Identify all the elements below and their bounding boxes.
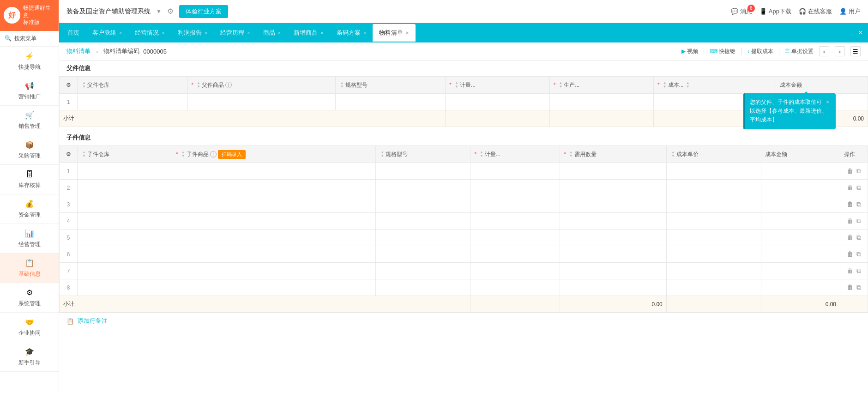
child-row6-qty[interactable] [560,246,667,263]
sidebar-item-operations[interactable]: 📊 经营管理 [0,224,59,254]
sidebar-item-system[interactable]: ⚙ 系统管理 [0,283,59,313]
tab-bom[interactable]: 物料清单 × [373,24,415,42]
child-row6-cost-amount[interactable] [761,246,840,263]
copy-icon[interactable]: ⧉ [856,267,861,274]
child-row1-product[interactable] [172,163,376,180]
sidebar-item-purchase[interactable]: 📦 采购管理 [0,135,59,165]
copy-icon[interactable]: ⧉ [856,184,861,191]
app-download-action[interactable]: 📱 App下载 [760,7,791,16]
delete-icon[interactable]: 🗑 [847,234,853,241]
child-row3-qty[interactable] [560,196,667,213]
copy-icon[interactable]: ⧉ [856,284,861,291]
child-row8-cost-amount[interactable] [761,279,840,296]
child-row6-spec[interactable] [376,246,470,263]
child-row8-spec[interactable] [376,279,470,296]
sidebar-item-guide[interactable]: 🎓 新手引导 [0,342,59,372]
child-row2-spec[interactable] [376,180,470,196]
child-row2-unit[interactable] [470,180,560,196]
child-row4-unit-price[interactable] [666,213,761,230]
child-row7-cost-amount[interactable] [761,263,840,279]
child-row5-unit[interactable] [470,230,560,246]
sidebar-item-inventory[interactable]: 🗄 库存核算 [0,165,59,194]
message-action[interactable]: 💬 消息 6 [731,7,752,16]
child-row5-qty[interactable] [560,230,667,246]
tab-bom-close[interactable]: × [406,30,409,36]
child-row2-qty[interactable] [560,180,667,196]
child-row8-unit-price[interactable] [666,279,761,296]
child-row1-unit[interactable] [470,163,560,180]
parent-row1-warehouse[interactable] [78,94,188,110]
child-row2-product[interactable] [172,180,376,196]
child-row5-unit-price[interactable] [666,230,761,246]
parent-row1-spec[interactable] [335,94,446,110]
tab-profit[interactable]: 利润报告 × [171,24,214,42]
user-action[interactable]: 👤 用户 [839,7,861,16]
tab-home[interactable]: 首页 [61,24,86,42]
child-row3-product[interactable] [172,196,376,213]
sidebar-item-marketing[interactable]: 📢 营销推广 [0,76,59,106]
child-row7-qty[interactable] [560,263,667,279]
child-row1-qty[interactable] [560,163,667,180]
child-row7-unit[interactable] [470,263,560,279]
delete-icon[interactable]: 🗑 [847,167,853,175]
copy-icon[interactable]: ⧉ [856,200,861,208]
parent-product-info-icon[interactable]: i [225,82,232,88]
scan-btn[interactable]: 扫码录入 [218,150,246,159]
child-row4-unit[interactable] [470,213,560,230]
copy-icon[interactable]: ⧉ [856,234,861,241]
delete-icon[interactable]: 🗑 [847,200,853,208]
child-row2-warehouse[interactable] [78,180,172,196]
child-row4-spec[interactable] [376,213,470,230]
tab-customer-close[interactable]: × [119,30,122,36]
tab-barcode[interactable]: 条码方案 × [330,24,373,42]
copy-icon[interactable]: ⧉ [856,167,861,175]
child-row5-product[interactable] [172,230,376,246]
tab-barcode-close[interactable]: × [363,30,366,36]
sidebar-item-enterprise[interactable]: 🤝 企业协同 [0,313,59,342]
child-row6-warehouse[interactable] [78,246,172,263]
child-product-info-icon[interactable]: i [210,151,217,157]
tab-history-close[interactable]: × [247,30,250,36]
tab-operations-close[interactable]: × [162,30,164,36]
delete-icon[interactable]: 🗑 [847,267,853,274]
delete-icon[interactable]: 🗑 [847,217,853,224]
child-row1-warehouse[interactable] [78,163,172,180]
child-row7-product[interactable] [172,263,376,279]
close-all-tabs-btn[interactable]: × [855,27,866,39]
tab-history[interactable]: 经营历程 × [214,24,256,42]
child-row4-product[interactable] [172,213,376,230]
tab-profit-close[interactable]: × [205,30,207,36]
child-row1-unit-price[interactable] [666,163,761,180]
prev-btn[interactable]: ‹ [819,46,829,56]
single-settings-action[interactable]: ☰ 单据设置 [785,48,814,55]
breadcrumb-bom[interactable]: 物料清单 [66,47,90,55]
child-row8-warehouse[interactable] [78,279,172,296]
child-row4-warehouse[interactable] [78,213,172,230]
next-btn[interactable]: › [835,46,845,56]
list-view-btn[interactable]: ☰ [850,46,861,56]
tab-operations[interactable]: 经营情况 × [128,24,171,42]
child-row2-cost-amount[interactable] [761,180,840,196]
child-row1-spec[interactable] [376,163,470,180]
child-row4-cost-amount[interactable] [761,213,840,230]
child-row8-unit[interactable] [470,279,560,296]
sidebar-item-basic-info[interactable]: 📋 基础信息 [0,254,59,283]
child-row6-unit[interactable] [470,246,560,263]
sidebar-item-finance[interactable]: 💰 资金管理 [0,194,59,224]
child-row4-qty[interactable] [560,213,667,230]
child-col-settings-icon[interactable]: ⚙ [63,149,73,159]
tab-product[interactable]: 商品 × [257,24,287,42]
experience-btn[interactable]: 体验行业方案 [179,5,228,18]
extract-cost-action[interactable]: ↓ 提取成本 [747,48,773,55]
child-row1-cost-amount[interactable] [761,163,840,180]
settings-icon[interactable]: ⚙ [167,7,174,16]
copy-icon[interactable]: ⧉ [856,250,861,258]
child-row3-spec[interactable] [376,196,470,213]
online-service-action[interactable]: 🎧 在线客服 [799,7,832,16]
tab-customer[interactable]: 客户联络 × [86,24,128,42]
child-row6-product[interactable] [172,246,376,263]
child-row7-warehouse[interactable] [78,263,172,279]
tab-new-product-close[interactable]: × [320,30,323,36]
child-row8-product[interactable] [172,279,376,296]
sidebar-item-quick-nav[interactable]: ⚡ 快捷导航 [0,47,59,76]
